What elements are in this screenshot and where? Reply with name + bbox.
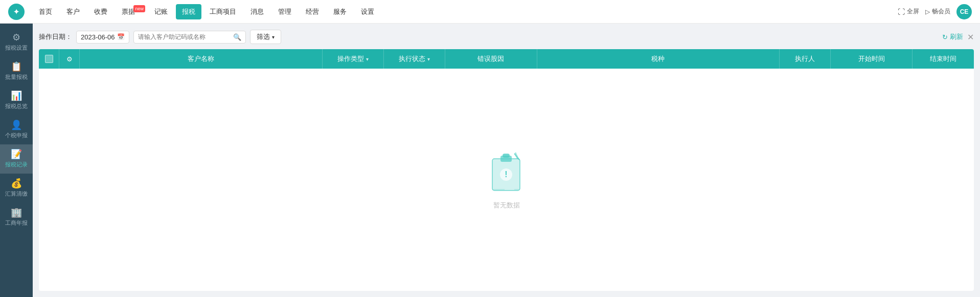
sidebar-label-tax-summary: 报税总览 bbox=[5, 102, 28, 110]
nav-service[interactable]: 服务 bbox=[327, 4, 353, 19]
sidebar: ⚙ 报税设置 📋 批量报税 📊 报税总览 👤 个税申报 📝 报税记录 💰 汇算清… bbox=[0, 24, 33, 297]
top-nav-right: ⛶ 全屏 ▷ 畅会员 CE bbox=[898, 4, 972, 19]
search-input-wrap[interactable]: 🔍 bbox=[133, 31, 246, 44]
sidebar-label-personal-tax: 个税申报 bbox=[5, 132, 28, 139]
table-wrapper: ⚙ 客户名称 操作类型 ▾ 执行状态 ▾ 错误股因 税种 bbox=[39, 49, 974, 291]
date-value: 2023-06-06 bbox=[81, 33, 115, 41]
th-operation-type[interactable]: 操作类型 ▾ bbox=[323, 49, 384, 69]
th-checkbox[interactable] bbox=[39, 49, 59, 69]
sort-icon-operation-type: ▾ bbox=[366, 56, 369, 62]
sidebar-label-tax-record: 报税记录 bbox=[5, 161, 28, 168]
table-body: ! 暂无数据 bbox=[39, 69, 974, 291]
date-picker[interactable]: 2023-06-06 📅 bbox=[76, 31, 129, 44]
fullscreen-icon: ⛶ bbox=[898, 8, 905, 16]
app-logo[interactable]: ✦ bbox=[8, 4, 25, 20]
sidebar-item-tax-settings[interactable]: ⚙ 报税设置 bbox=[0, 28, 33, 57]
th-customer-name: 客户名称 bbox=[80, 49, 323, 69]
sidebar-label-settlement: 汇算清缴 bbox=[5, 190, 28, 198]
nav-operation[interactable]: 经营 bbox=[300, 4, 325, 19]
th-tax-type: 税种 bbox=[537, 49, 780, 69]
filter-label: 筛选 bbox=[257, 32, 270, 41]
avatar[interactable]: CE bbox=[956, 4, 972, 19]
nav-tax[interactable]: 报税 bbox=[176, 4, 201, 19]
chevron-down-icon: ▾ bbox=[272, 34, 275, 40]
refresh-label: 刷新 bbox=[950, 32, 963, 41]
svg-text:!: ! bbox=[505, 170, 507, 179]
close-button[interactable]: ✕ bbox=[967, 32, 974, 42]
sidebar-label-tax-settings: 报税设置 bbox=[5, 44, 28, 52]
sidebar-item-tax-summary[interactable]: 📊 报税总览 bbox=[0, 86, 33, 115]
th-executor: 执行人 bbox=[780, 49, 831, 69]
nav-customer[interactable]: 客户 bbox=[60, 4, 86, 19]
main-layout: ⚙ 报税设置 📋 批量报税 📊 报税总览 👤 个税申报 📝 报税记录 💰 汇算清… bbox=[0, 24, 980, 297]
nav-business[interactable]: 工商项目 bbox=[203, 4, 242, 19]
toolbar: 操作日期： 2023-06-06 📅 🔍 筛选 ▾ ↻ 刷新 ✕ bbox=[39, 30, 974, 44]
empty-state: ! 暂无数据 bbox=[471, 134, 542, 225]
sidebar-item-settlement[interactable]: 💰 汇算清缴 bbox=[0, 174, 33, 203]
toolbar-right: ↻ 刷新 ✕ bbox=[942, 32, 974, 42]
svg-text:✦: ✦ bbox=[13, 8, 19, 16]
nav-account[interactable]: 记账 bbox=[148, 4, 174, 19]
th-error-reason: 错误股因 bbox=[445, 49, 537, 69]
settings-icon: ⚙ bbox=[66, 55, 73, 63]
tax-record-icon: 📝 bbox=[11, 150, 22, 159]
empty-text: 暂无数据 bbox=[493, 201, 520, 210]
nav-billing[interactable]: 收费 bbox=[88, 4, 113, 19]
refresh-button[interactable]: ↻ 刷新 bbox=[942, 32, 963, 41]
nav-message[interactable]: 消息 bbox=[244, 4, 270, 19]
svg-rect-5 bbox=[503, 154, 510, 158]
th-end-time: 结束时间 bbox=[913, 49, 974, 69]
tax-settings-icon: ⚙ bbox=[12, 33, 20, 42]
sort-icon-exec-status: ▾ bbox=[427, 56, 430, 62]
nav-settings[interactable]: 设置 bbox=[355, 4, 380, 19]
member-label: 畅会员 bbox=[932, 7, 950, 16]
nav-items: 首页 客户 收费 票据 new 记账 报税 工商项目 消息 管理 经营 服务 设… bbox=[33, 4, 898, 19]
nav-invoice[interactable]: 票据 new bbox=[116, 4, 146, 19]
sidebar-item-personal-tax[interactable]: 👤 个税申报 bbox=[0, 115, 33, 144]
select-all-checkbox[interactable] bbox=[45, 55, 53, 63]
annual-report-icon: 🏢 bbox=[11, 208, 22, 217]
play-icon: ▷ bbox=[925, 8, 930, 15]
batch-tax-icon: 📋 bbox=[11, 62, 22, 71]
nav-home[interactable]: 首页 bbox=[33, 4, 58, 19]
empty-illustration: ! bbox=[486, 150, 527, 196]
sidebar-item-tax-record[interactable]: 📝 报税记录 bbox=[0, 144, 33, 174]
member-button[interactable]: ▷ 畅会员 bbox=[925, 7, 950, 16]
new-badge: new bbox=[133, 5, 145, 12]
sidebar-item-annual-report[interactable]: 🏢 工商年报 bbox=[0, 203, 33, 232]
sidebar-label-annual-report: 工商年报 bbox=[5, 219, 28, 227]
date-label: 操作日期： bbox=[39, 32, 72, 41]
sidebar-item-batch-tax[interactable]: 📋 批量报税 bbox=[0, 57, 33, 86]
nav-manage[interactable]: 管理 bbox=[272, 4, 298, 19]
th-start-time: 开始时间 bbox=[831, 49, 913, 69]
tax-summary-icon: 📊 bbox=[11, 91, 22, 100]
content-area: 操作日期： 2023-06-06 📅 🔍 筛选 ▾ ↻ 刷新 ✕ bbox=[33, 24, 980, 297]
search-input[interactable] bbox=[138, 33, 231, 40]
fullscreen-label: 全屏 bbox=[907, 7, 919, 16]
calendar-icon: 📅 bbox=[117, 33, 125, 40]
th-settings[interactable]: ⚙ bbox=[59, 49, 80, 69]
filter-button[interactable]: 筛选 ▾ bbox=[250, 30, 281, 44]
settlement-icon: 💰 bbox=[11, 179, 22, 188]
th-exec-status[interactable]: 执行状态 ▾ bbox=[384, 49, 445, 69]
top-navigation: ✦ 首页 客户 收费 票据 new 记账 报税 工商项目 消息 管理 经营 服务… bbox=[0, 0, 980, 24]
search-icon[interactable]: 🔍 bbox=[233, 33, 241, 41]
personal-tax-icon: 👤 bbox=[11, 120, 22, 130]
refresh-icon: ↻ bbox=[942, 33, 948, 41]
table-header: ⚙ 客户名称 操作类型 ▾ 执行状态 ▾ 错误股因 税种 bbox=[39, 49, 974, 69]
sidebar-label-batch-tax: 批量报税 bbox=[5, 73, 28, 81]
fullscreen-button[interactable]: ⛶ 全屏 bbox=[898, 7, 919, 16]
